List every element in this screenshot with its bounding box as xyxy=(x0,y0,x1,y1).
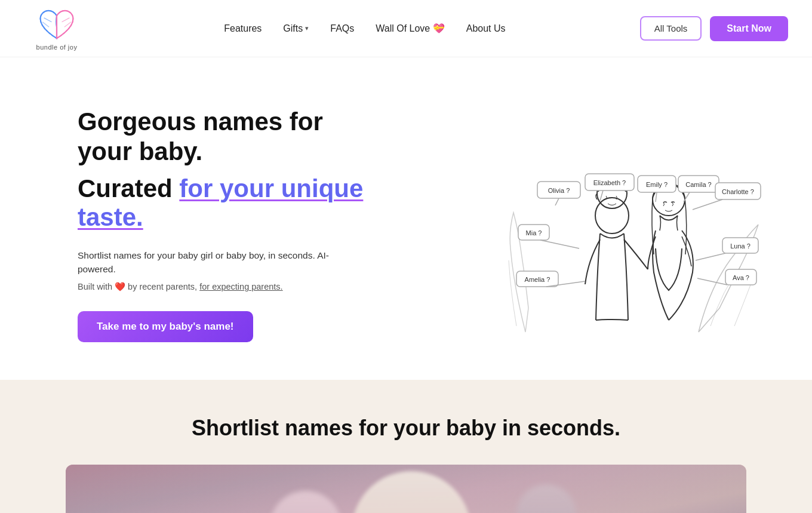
section-shortlist: Shortlist names for your baby in seconds… xyxy=(0,380,812,513)
svg-line-0 xyxy=(44,17,52,21)
hero-subtitle: Shortlist names for your baby girl or ba… xyxy=(78,248,364,277)
hero-title-line2: Curated for your unique taste. xyxy=(78,174,364,232)
hero-section: Gorgeous names for your baby. Curated fo… xyxy=(0,57,812,380)
hero-content: Gorgeous names for your baby. Curated fo… xyxy=(78,107,364,342)
hero-built-text: Built with ❤️ by recent parents, for exp… xyxy=(78,282,364,292)
all-tools-button[interactable]: All Tools xyxy=(640,16,702,41)
nav-links: Features Gifts ▾ FAQs Wall Of Love 💝 Abo… xyxy=(224,23,505,34)
start-now-button[interactable]: Start Now xyxy=(710,16,788,41)
hero-illustration: Olivia ? Elizabeth ? Emily ? Camila ? Ch… xyxy=(508,105,764,344)
shortlist-photo xyxy=(66,465,746,513)
logo[interactable]: bundle of joy xyxy=(24,7,90,51)
logo-icon xyxy=(36,7,78,42)
chevron-down-icon: ▾ xyxy=(305,24,309,32)
hero-title-line1: Gorgeous names for your baby. xyxy=(78,107,364,167)
svg-line-2 xyxy=(62,17,70,21)
hero-built-link[interactable]: for expecting parents. xyxy=(199,282,282,291)
svg-text:Amelia ?: Amelia ? xyxy=(525,276,550,283)
nav-features[interactable]: Features xyxy=(224,23,262,34)
svg-text:Olivia ?: Olivia ? xyxy=(548,187,570,194)
svg-text:Charlotte ?: Charlotte ? xyxy=(722,188,754,195)
nav-faqs[interactable]: FAQs xyxy=(330,23,354,34)
navbar: bundle of joy Features Gifts ▾ FAQs Wall… xyxy=(0,0,812,57)
nav-about-us[interactable]: About Us xyxy=(466,23,506,34)
nav-wall-of-love[interactable]: Wall Of Love 💝 xyxy=(376,23,444,34)
logo-text: bundle of joy xyxy=(36,44,78,51)
svg-text:Camila ?: Camila ? xyxy=(685,181,711,188)
nav-gifts[interactable]: Gifts ▾ xyxy=(283,23,309,34)
section-shortlist-heading: Shortlist names for your baby in seconds… xyxy=(24,416,788,441)
svg-text:Elizabeth ?: Elizabeth ? xyxy=(593,179,626,186)
svg-text:Luna ?: Luna ? xyxy=(730,242,751,250)
svg-text:Emily ?: Emily ? xyxy=(646,181,668,188)
nav-actions: All Tools Start Now xyxy=(640,16,788,41)
svg-text:Ava ?: Ava ? xyxy=(733,274,749,281)
svg-text:Mia ?: Mia ? xyxy=(526,229,542,236)
photo-background xyxy=(66,465,746,513)
hero-svg: Olivia ? Elizabeth ? Emily ? Camila ? Ch… xyxy=(508,105,764,344)
hero-cta-button[interactable]: Take me to my baby's name! xyxy=(78,311,253,342)
